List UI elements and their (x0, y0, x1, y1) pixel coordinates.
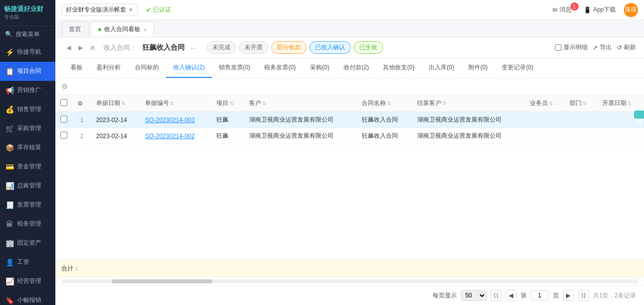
nav-item-label-9: 固定资产 (17, 239, 41, 247)
sort-icon-settle_customer[interactable]: ⇅ (442, 100, 446, 106)
sort-icon-department[interactable]: ⇅ (583, 100, 587, 106)
row-checkbox-0[interactable] (60, 116, 67, 123)
refresh-button[interactable]: ↺ 刷新 (617, 43, 636, 52)
row-settle-customer-0: 湖南卫视商业运营发展有限公司 (412, 112, 525, 128)
refresh-icon: ↺ (617, 44, 622, 51)
sidebar-item-3[interactable]: 🛒采购管理 (0, 119, 55, 138)
sidebar-item-5[interactable]: 💳资金管理 (0, 157, 55, 176)
company-selector[interactable]: 好业财专业版演示帐套 ▼ (61, 4, 138, 16)
nav-item-icon-7: 🧾 (5, 200, 14, 210)
per-page-select[interactable]: 50 100 200 (461, 290, 487, 301)
status-btn-1[interactable]: 未开票 (239, 41, 268, 54)
tab-income-contract[interactable]: 收入合同看板 × (91, 22, 154, 37)
sort-icon-contract_name[interactable]: ⇅ (387, 100, 391, 106)
tab-home[interactable]: 首页 (61, 22, 89, 37)
order-no-link-0[interactable]: SQ-20230214-003 (145, 117, 195, 124)
table-toolbar: ⚙ (55, 78, 644, 95)
status-btn-0[interactable]: 未完成 (207, 41, 236, 54)
sub-tab-2[interactable]: 合同标的 (128, 58, 166, 78)
nav-item-icon-10: 👤 (5, 258, 14, 267)
sidebar-item-1[interactable]: 📢营销推广 (0, 81, 55, 100)
nav-item-icon-8: 🏛 (5, 220, 14, 229)
order-no-link-1[interactable]: SQ-20230214-002 (145, 133, 195, 140)
th-num-icon[interactable]: ⚙ (77, 100, 83, 107)
data-table: ⚙单据日期⇅单据编号⇅项目⇅客户⇅合同名称⇅结算客户⇅业务员⇅部门⇅开票日期⇅1… (55, 95, 644, 144)
sidebar-item-4[interactable]: 📦库存核算 (0, 138, 55, 157)
page-more-button[interactable]: ··· (191, 44, 197, 52)
th-checkbox (55, 95, 72, 112)
status-btn-4[interactable]: 已生效 (354, 41, 383, 54)
sidebar-item-8[interactable]: 🏛税务管理 (0, 215, 55, 234)
sort-icon-order_no[interactable]: ⇅ (170, 100, 174, 106)
sidebar-item-7[interactable]: 🧾发票管理 (0, 195, 55, 215)
search-icon: 🔍 (5, 31, 13, 38)
app-name: 畅捷通好业财 (4, 5, 51, 14)
user-avatar[interactable]: 珠珠 (624, 3, 638, 17)
sub-tab-3[interactable]: 收入确认(2) (166, 58, 212, 78)
nav-item-icon-5: 💳 (5, 162, 14, 171)
pagination-page-input[interactable] (531, 290, 549, 300)
sidebar-item-6[interactable]: 📊总账管理 (0, 176, 55, 195)
pagination-first-btn[interactable]: ⟨⟨ (491, 290, 502, 301)
sort-icon-date[interactable]: ⇅ (121, 100, 125, 106)
sub-tab-7[interactable]: 收付款(2) (337, 58, 376, 78)
sub-tab-8[interactable]: 其他收支(0) (376, 58, 422, 78)
sub-tab-5[interactable]: 税务发票(0) (257, 58, 303, 78)
tab-close-button[interactable]: × (143, 27, 146, 33)
status-btn-3[interactable]: 已收入确认 (309, 41, 351, 54)
pagination-next-btn[interactable]: ▶ (563, 290, 574, 301)
app-download-button[interactable]: 📱 App下载 (584, 6, 616, 14)
message-button[interactable]: ✉ 消息 1 (548, 6, 576, 14)
export-button[interactable]: ↗ 导出 (593, 43, 612, 52)
sub-tab-9[interactable]: 出入库(0) (422, 58, 461, 78)
pagination-page-prefix: 第 (521, 291, 527, 300)
certified-badge: ✔ 已认证 (146, 6, 171, 14)
row-num-0: 1 (72, 112, 91, 128)
pagination-prev-btn[interactable]: ◀ (506, 290, 517, 301)
sidebar-item-2[interactable]: 💰销售管理 (0, 100, 55, 119)
nav-item-label-6: 总账管理 (17, 181, 41, 190)
scrollbar-area[interactable] (55, 277, 644, 285)
certified-label: 已认证 (153, 6, 171, 14)
status-btn-2[interactable]: 部分收款 (271, 41, 306, 54)
sidebar-logo: 畅捷通好业财 专业版 (0, 0, 55, 26)
th-label-settle_customer: 结算客户 (417, 99, 441, 107)
pagination: 每页显示 50 100 200 ⟨⟨ ◀ 第 页 ▶ ⟩⟩ 共1页，2条记录 (55, 285, 644, 305)
sub-tab-1[interactable]: 盈利分析 (90, 58, 128, 78)
row-checkbox-1[interactable] (60, 132, 67, 139)
page-title-value: 狂飙收入合同 (142, 43, 185, 52)
sort-icon-invoice_date[interactable]: ⇅ (627, 100, 631, 106)
sidebar-item-9[interactable]: 🏢固定资产 (0, 234, 55, 253)
right-action-button[interactable]: 功能 (634, 111, 644, 119)
sub-tab-4[interactable]: 销售发票(0) (212, 58, 258, 78)
tab-home-label: 首页 (69, 25, 81, 34)
th-project: 项目⇅ (211, 95, 244, 112)
nav-next-icon[interactable]: ▶ (75, 43, 86, 53)
row-project-1: 狂飙 (211, 128, 244, 144)
table-settings-icon[interactable]: ⚙ (61, 82, 68, 90)
select-all-checkbox[interactable] (60, 99, 67, 106)
sidebar-search[interactable]: 🔍 搜索菜单 (0, 26, 55, 43)
sort-icon-customer[interactable]: ⇅ (262, 100, 266, 106)
nav-item-label-3: 采购管理 (17, 124, 41, 133)
nav-item-icon-11: 📈 (5, 277, 14, 286)
sidebar-item-quick-nav[interactable]: ⚡ 快捷导航 (0, 43, 55, 62)
nav-prev-icon[interactable]: ◀ (63, 43, 73, 53)
sort-icon-project[interactable]: ⇅ (229, 100, 233, 106)
show-detail-btn[interactable]: 显示明细 (555, 43, 588, 52)
sub-tab-11[interactable]: 变更记录(0) (495, 58, 540, 78)
table-footer: 合计： (55, 260, 644, 277)
sidebar-item-12[interactable]: 🔖小畅报销 (0, 291, 55, 305)
nav-close-icon[interactable]: ✕ (88, 43, 98, 53)
sort-icon-salesperson[interactable]: ⇅ (549, 100, 553, 106)
sidebar-item-11[interactable]: 📈经营管理 (0, 272, 55, 291)
scrollbar-thumb[interactable] (112, 279, 212, 283)
show-detail-checkbox[interactable] (555, 44, 561, 51)
pagination-last-btn[interactable]: ⟩⟩ (578, 290, 589, 301)
sub-tab-0[interactable]: 看板 (63, 58, 90, 78)
sidebar-item-10[interactable]: 👤工资 (0, 253, 55, 272)
scrollbar-track[interactable] (61, 279, 638, 283)
sub-tab-6[interactable]: 采购(0) (303, 58, 337, 78)
sub-tab-10[interactable]: 附件(0) (461, 58, 495, 78)
sidebar-item-0[interactable]: 📋项目合同 (0, 62, 55, 81)
